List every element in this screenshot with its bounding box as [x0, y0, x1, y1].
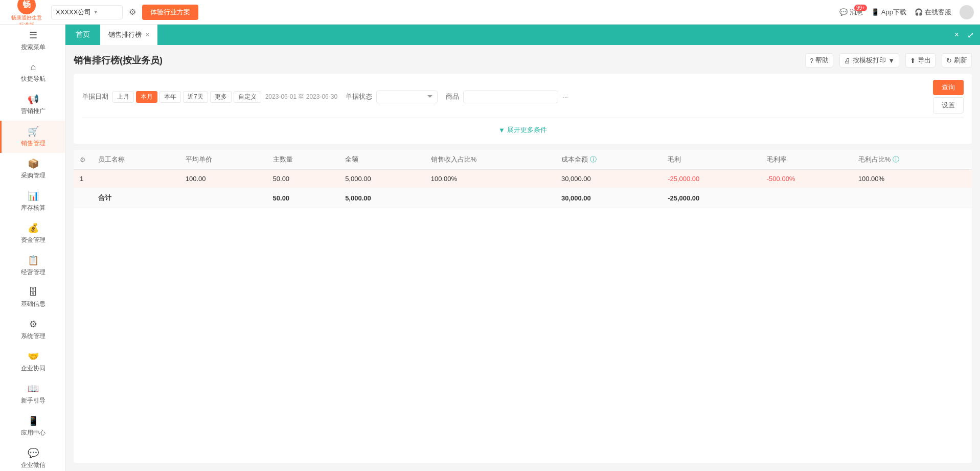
table-header-row: ⚙ 员工名称 平均单价 主数量 全额 销售收入占比% 成本全额 ⓘ [74, 150, 972, 170]
date-filter-label: 单据日期 [82, 92, 108, 101]
app-download-label: App下载 [881, 8, 906, 17]
goods-more-icon[interactable]: ··· [562, 93, 568, 101]
refresh-button[interactable]: ↻ 刷新 [942, 53, 972, 68]
expand-down-icon: ▼ [498, 126, 505, 134]
sidebar-item-app-center[interactable]: 📱 应用中心 [0, 410, 65, 442]
sidebar-item-label-search: 搜索菜单 [21, 43, 45, 52]
tab-bar: 首页 销售排行榜 × × ⤢ [65, 25, 980, 45]
print-button[interactable]: 🖨 按模板打印 ▼ [839, 53, 899, 68]
date-btn-custom[interactable]: 自定义 [234, 91, 261, 103]
date-btn-more[interactable]: 更多 [210, 91, 232, 103]
cell-gross-rate: -500.00% [761, 170, 852, 188]
message-btn[interactable]: 💬 消息 99+ [839, 8, 863, 17]
data-table: ⚙ 员工名称 平均单价 主数量 全额 销售收入占比% 成本全额 ⓘ [74, 150, 972, 463]
sidebar-item-inventory[interactable]: 📊 库存核算 [0, 185, 65, 217]
table-footer-row: 合计 50.00 5,000.00 30,000.00 -25,000.00 [74, 188, 972, 208]
sidebar-item-label-app-center: 应用中心 [21, 429, 45, 437]
date-btn-this-month[interactable]: 本月 [136, 91, 157, 103]
goods-filter: 商品 ··· [446, 91, 568, 103]
app-center-icon: 📱 [28, 415, 39, 427]
message-badge: 99+ [854, 5, 867, 11]
avatar [960, 5, 974, 19]
th-gross: 毛利 [662, 150, 761, 170]
export-button[interactable]: ⬆ 导出 [905, 53, 936, 68]
page-header: 销售排行榜(按业务员) ? 帮助 🖨 按模板打印 ▼ ⬆ 导出 [74, 53, 972, 68]
footer-amount: 5,000.00 [339, 188, 425, 208]
tab-home[interactable]: 首页 [65, 25, 100, 45]
date-buttons: 上月 本月 本年 近7天 更多 自定义 [112, 91, 261, 103]
company-arrow-icon: ▼ [93, 9, 98, 15]
ranking-table: ⚙ 员工名称 平均单价 主数量 全额 销售收入占比% 成本全额 ⓘ [74, 150, 972, 208]
tab-label: 销售排行榜 [108, 30, 142, 39]
filter-row-1: 单据日期 上月 本月 本年 近7天 更多 自定义 2023-06-01 至 20… [82, 80, 964, 114]
sidebar-item-guide[interactable]: 📖 新手引导 [0, 378, 65, 410]
sidebar-item-finance[interactable]: 💰 资金管理 [0, 217, 65, 250]
tab-restore-icon[interactable]: ⤢ [965, 28, 976, 42]
th-gross-rate: 毛利率 [761, 150, 852, 170]
sidebar-item-wechat[interactable]: 💬 企业微信 [0, 442, 65, 471]
sidebar-item-system[interactable]: ⚙ 系统管理 [0, 313, 65, 346]
marketing-icon: 📢 [28, 94, 39, 105]
date-btn-prev-month[interactable]: 上月 [112, 91, 134, 103]
goods-input[interactable] [463, 91, 558, 103]
sidebar-item-label-sales: 销售管理 [21, 139, 45, 148]
page-title: 销售排行榜(按业务员) [74, 54, 163, 66]
sidebar-item-search[interactable]: ☰ 搜索菜单 [0, 25, 65, 57]
footer-gross: -25,000.00 [662, 188, 761, 208]
goods-filter-label: 商品 [446, 92, 459, 101]
sidebar-item-label-system: 系统管理 [21, 332, 45, 341]
tab-sales-ranking[interactable]: 销售排行榜 × [100, 25, 157, 45]
filter-actions: 查询 设置 [933, 80, 964, 114]
company-selector[interactable]: XXXXX公司 ▼ [51, 5, 123, 19]
cell-avg-price: 100.00 [179, 170, 267, 188]
sidebar-item-label-inventory: 库存核算 [21, 204, 45, 212]
sidebar-item-nav[interactable]: ⌂ 快捷导航 [0, 57, 65, 88]
sidebar-item-label-operations: 经营管理 [21, 268, 45, 277]
expand-filter-btn[interactable]: ▼ 展开更多条件 [82, 122, 964, 138]
sidebar-item-operations[interactable]: 📋 经营管理 [0, 250, 65, 282]
expand-filter-label: 展开更多条件 [507, 125, 547, 134]
sidebar: ☰ 搜索菜单 ⌂ 快捷导航 📢 营销推广 🛒 销售管理 📦 采购管理 📊 库存核… [0, 25, 65, 471]
tab-close-icon[interactable]: × [146, 31, 149, 38]
sidebar-item-purchase[interactable]: 📦 采购管理 [0, 153, 65, 185]
content-area: 首页 销售排行榜 × × ⤢ 销售排行榜(按业务员) ? 帮助 [65, 25, 980, 471]
sidebar-item-basic-info[interactable]: 🗄 基础信息 [0, 282, 65, 313]
table-settings-icon[interactable]: ⚙ [74, 150, 92, 170]
th-revenue-pct: 销售收入占比% [425, 150, 555, 170]
table-row: 1 100.00 50.00 5,000.00 100.00% 30,000.0… [74, 170, 972, 188]
logo-icon: 畅 [17, 0, 36, 14]
date-btn-7days[interactable]: 近7天 [183, 91, 208, 103]
topbar: 畅 畅康通好生意 标准版 XXXXX公司 ▼ ⚙ 体验行业方案 💬 消息 99+… [0, 0, 980, 25]
purchase-icon: 📦 [28, 158, 39, 169]
status-select[interactable] [376, 91, 438, 103]
print-icon: 🖨 [844, 57, 851, 64]
sidebar-item-marketing[interactable]: 📢 营销推广 [0, 88, 65, 121]
th-name: 员工名称 [92, 150, 179, 170]
help-button[interactable]: ? 帮助 [805, 53, 833, 68]
basic-info-icon: 🗄 [29, 287, 38, 298]
inventory-icon: 📊 [28, 190, 39, 201]
tab-close-window-icon[interactable]: × [952, 28, 961, 41]
date-btn-this-year[interactable]: 本年 [159, 91, 181, 103]
user-avatar-btn[interactable] [960, 5, 974, 19]
home-icon: ⌂ [31, 62, 36, 73]
th-gross-pct-label: 毛利占比% [858, 155, 891, 163]
app-download-icon: 📱 [871, 8, 879, 16]
print-dropdown-icon: ▼ [888, 57, 895, 64]
online-support-btn[interactable]: 🎧 在线客服 [915, 8, 951, 17]
headset-icon: 🎧 [915, 8, 923, 16]
settings-button[interactable]: 设置 [933, 97, 964, 114]
table-wrap: ⚙ 员工名称 平均单价 主数量 全额 销售收入占比% 成本全额 ⓘ [74, 150, 972, 463]
app-download-btn[interactable]: 📱 App下载 [871, 8, 906, 17]
search-menu-icon: ☰ [29, 30, 37, 41]
sidebar-item-label-basic-info: 基础信息 [21, 300, 45, 308]
cell-cost: 30,000.00 [555, 170, 662, 188]
main-layout: ☰ 搜索菜单 ⌂ 快捷导航 📢 营销推广 🛒 销售管理 📦 采购管理 📊 库存核… [0, 25, 980, 471]
footer-empty5 [852, 188, 972, 208]
query-button[interactable]: 查询 [933, 80, 964, 95]
topbar-settings-icon[interactable]: ⚙ [127, 5, 138, 19]
sidebar-item-sales[interactable]: 🛒 销售管理 [0, 121, 65, 153]
trial-button[interactable]: 体验行业方案 [142, 5, 198, 20]
sidebar-item-enterprise[interactable]: 🤝 企业协同 [0, 346, 65, 378]
date-filter: 单据日期 上月 本月 本年 近7天 更多 自定义 2023-06-01 至 20… [82, 91, 337, 103]
